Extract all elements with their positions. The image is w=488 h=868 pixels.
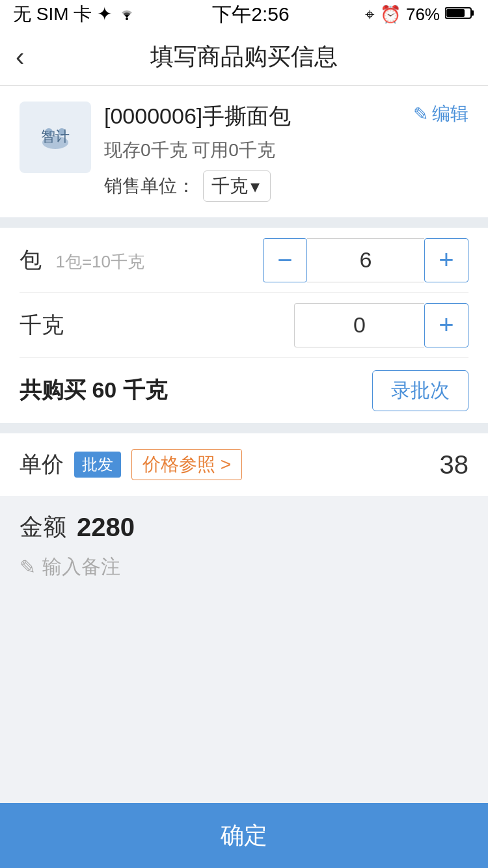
section-divider-2 — [0, 423, 488, 433]
status-left: 无 SIM 卡 ✦ — [13, 2, 137, 27]
wifi-icon — [117, 4, 137, 25]
svg-point-0 — [126, 18, 128, 20]
bao-plus-button[interactable]: + — [424, 238, 468, 282]
kg-row: 千克 + — [20, 293, 468, 358]
pencil-icon: ✎ — [20, 556, 36, 578]
price-label: 单价 — [20, 450, 64, 480]
bao-minus-button[interactable]: − — [263, 238, 307, 282]
price-section: 单价 批发 价格参照 > 38 — [0, 433, 488, 496]
product-unit-row: 销售单位： 千克 ▾ — [104, 170, 468, 202]
svg-text:智计: 智计 — [41, 128, 70, 144]
product-image: 智计 — [20, 102, 91, 173]
alarm-icon: ⏰ — [380, 5, 401, 25]
amount-row: 金额 2280 — [20, 511, 468, 543]
batch-button[interactable]: 录批次 — [372, 370, 468, 411]
section-divider-1 — [0, 217, 488, 228]
kg-plus-button[interactable]: + — [424, 303, 468, 347]
bao-quantity-control: − + — [263, 238, 468, 282]
unit-label: 销售单位： — [104, 174, 195, 198]
battery-icon — [445, 5, 475, 25]
svg-rect-2 — [471, 10, 474, 16]
bao-hint: 1包=10千克 — [55, 252, 144, 271]
bao-label: 包 1包=10千克 — [20, 245, 263, 275]
status-right: ⌖ ⏰ 76% — [365, 5, 475, 25]
chevron-down-icon: ▾ — [251, 176, 260, 197]
note-row[interactable]: ✎ 输入备注 — [20, 554, 468, 596]
bao-input-section: 包 1包=10千克 − + 千克 + — [0, 228, 488, 358]
kg-input[interactable] — [294, 303, 424, 347]
nav-bar: ‹ 填写商品购买信息 — [0, 29, 488, 86]
bao-input[interactable] — [307, 238, 424, 282]
edit-icon: ✎ — [413, 103, 428, 125]
amount-section: 金额 2280 ✎ 输入备注 — [0, 496, 488, 596]
price-value: 38 — [440, 450, 469, 480]
total-text: 共购买 60 千克 — [20, 375, 372, 405]
bao-row: 包 1包=10千克 − + — [20, 228, 468, 293]
total-section: 共购买 60 千克 录批次 — [0, 358, 488, 423]
svg-rect-3 — [446, 9, 465, 17]
back-button[interactable]: ‹ — [16, 42, 24, 72]
product-stock: 现存0千克 可用0千克 — [104, 138, 468, 163]
note-placeholder: 输入备注 — [42, 554, 120, 580]
price-ref-button[interactable]: 价格参照 > — [131, 449, 242, 480]
amount-label: 金额 — [20, 511, 66, 543]
edit-button[interactable]: ✎ 编辑 — [413, 102, 468, 126]
unit-value: 千克 — [211, 174, 248, 198]
sim-text: 无 SIM 卡 ✦ — [13, 2, 112, 27]
location-icon: ⌖ — [365, 5, 375, 25]
price-tag: 批发 — [74, 452, 121, 478]
battery-text: 76% — [406, 5, 440, 25]
product-section: 智计 [0000006]手撕面包 现存0千克 可用0千克 销售单位： 千克 ▾ … — [0, 86, 488, 217]
unit-select[interactable]: 千克 ▾ — [203, 170, 271, 202]
status-bar: 无 SIM 卡 ✦ 下午2:56 ⌖ ⏰ 76% — [0, 0, 488, 29]
kg-quantity-control: + — [294, 303, 468, 347]
confirm-button[interactable]: 确定 — [0, 803, 488, 868]
kg-label: 千克 — [20, 310, 294, 340]
amount-value: 2280 — [77, 513, 135, 542]
page-title: 填写商品购买信息 — [150, 41, 338, 73]
status-time: 下午2:56 — [212, 1, 289, 28]
